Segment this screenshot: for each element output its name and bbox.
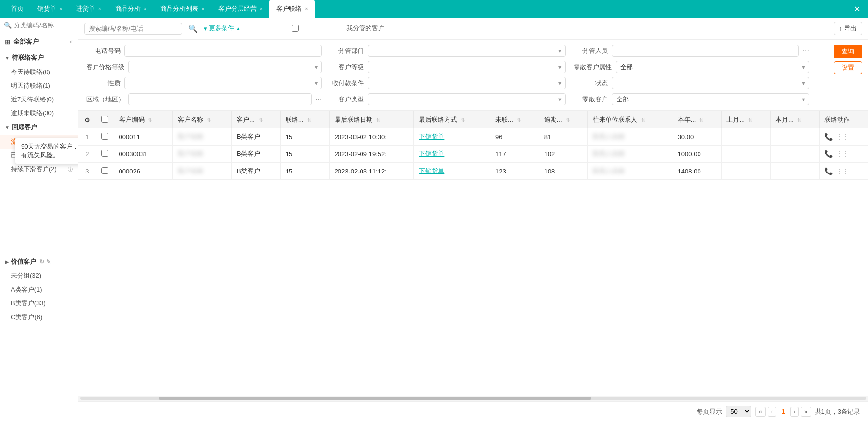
page-prev-button[interactable]: ‹ (768, 407, 776, 417)
sort-icon-date[interactable]: ⇅ (376, 117, 380, 123)
sidebar-item-tomorrow[interactable]: 明天待联络(1) (0, 79, 78, 93)
sidebar-item-overdue[interactable]: 逾期未联络(30) (0, 106, 78, 120)
row-code-3: 000026 (114, 163, 172, 180)
filter-input-region[interactable] (128, 93, 312, 105)
my-managed-checkbox[interactable] (246, 25, 344, 32)
nav-sales-close[interactable]: × (59, 6, 62, 12)
filter-select-price-grade[interactable] (128, 61, 322, 73)
settings-icon[interactable]: ⚙ (84, 116, 90, 124)
sidebar-all-customers[interactable]: ⊞ 全部客户 « (0, 33, 78, 50)
row-overdue-3: 108 (539, 163, 588, 180)
export-button[interactable]: ↑ 导出 (834, 22, 863, 35)
menu-icon-2[interactable]: ⋮⋮ (836, 150, 849, 158)
row-checkbox-input-2[interactable] (101, 150, 108, 157)
region-dots-button[interactable]: ··· (315, 95, 322, 104)
sidebar-section-review[interactable]: ▼ 回顾客户 (0, 120, 78, 135)
filter-select-status[interactable] (612, 77, 809, 89)
nav-home[interactable]: 首页 (4, 0, 30, 18)
row-checkbox-input-1[interactable] (101, 133, 108, 140)
sidebar-item-b-class[interactable]: B类客户(33) (0, 297, 78, 310)
filter-input-phone[interactable] (124, 45, 322, 57)
sort-icon-curmonth[interactable]: ⇅ (797, 117, 801, 123)
filter-select-scatter-attr[interactable]: 全部 (616, 61, 809, 73)
menu-icon-3[interactable]: ⋮⋮ (836, 167, 849, 175)
sort-icon-person[interactable]: ⇅ (641, 117, 645, 123)
filter-select-payment[interactable] (368, 77, 565, 89)
tooltip-churn: 90天无交易的客户，可能有流失风险。 (15, 138, 78, 164)
nav-customer-tier-close[interactable]: × (260, 6, 263, 12)
sort-icon-notcontacted[interactable]: ⇅ (517, 117, 521, 123)
phone-icon-3[interactable]: 📞 (824, 167, 833, 175)
refresh-icon[interactable]: ↻ (39, 258, 44, 265)
sidebar-item-today[interactable]: 今天待联络(0) (0, 65, 78, 79)
row-year-3: 1408.00 (673, 163, 722, 180)
sidebar-item-a-class[interactable]: A类客户(1) (0, 283, 78, 297)
sidebar-section-pending[interactable]: ▼ 待联络客户 (0, 50, 78, 65)
per-page-select[interactable]: 50 100 (726, 406, 751, 417)
search-button[interactable]: 🔍 (188, 24, 198, 33)
sidebar-section-value[interactable]: ▶ 价值客户 ↻ ✎ (0, 254, 78, 269)
nav-sales[interactable]: 销货单 × (30, 0, 69, 18)
sidebar-search-input[interactable] (14, 22, 78, 29)
nav-product-analysis[interactable]: 商品分析 × (108, 0, 153, 18)
nav-product-list[interactable]: 商品分析列表 × (153, 0, 211, 18)
row-actions-3: 📞 ⋮⋮ (819, 163, 868, 180)
horizontal-scrollbar[interactable] (78, 396, 868, 401)
page-last-button[interactable]: » (801, 407, 811, 417)
nav-purchase-close[interactable]: × (98, 6, 101, 12)
th-contact-person: 往来单位联系人 ⇅ (588, 111, 673, 128)
search-input[interactable] (84, 23, 182, 35)
nav-customer-contact[interactable]: 客户联络 × (269, 0, 314, 18)
filter-select-customer-type[interactable] (368, 93, 565, 105)
nav-product-analysis-close[interactable]: × (144, 6, 146, 12)
row-checkbox-input-3[interactable] (101, 167, 108, 174)
phone-icon-1[interactable]: 📞 (824, 133, 833, 141)
my-managed-checkbox-label[interactable]: 我分管的客户 (246, 24, 385, 33)
sort-icon-name[interactable]: ⇅ (207, 117, 211, 123)
th-overdue-label: 逾期... (544, 116, 562, 123)
sort-icon-code[interactable]: ⇅ (148, 117, 152, 123)
edit-icon[interactable]: ✎ (46, 258, 51, 265)
sort-icon-type[interactable]: ⇅ (259, 117, 263, 123)
action-icons-2: 📞 ⋮⋮ (824, 150, 863, 158)
more-conditions-toggle[interactable]: ▾ 更多条件 ▲ (204, 24, 241, 33)
row-year-1: 30.00 (673, 128, 722, 146)
manager-dots-button[interactable]: ··· (803, 47, 809, 55)
nav-customer-tier[interactable]: 客户分层经营 × (212, 0, 269, 18)
sort-icon-year[interactable]: ⇅ (699, 117, 703, 123)
nav-purchase[interactable]: 进货单 × (69, 0, 108, 18)
filter-select-customer-grade[interactable] (368, 61, 565, 73)
sort-icon-method[interactable]: ⇅ (461, 117, 465, 123)
menu-icon-1[interactable]: ⋮⋮ (836, 133, 849, 141)
filter-select-department[interactable] (368, 45, 565, 57)
query-button[interactable]: 查询 (834, 45, 862, 58)
filter-input-manager[interactable] (612, 45, 799, 57)
window-close-button[interactable]: ✕ (850, 2, 864, 16)
sort-icon-contact[interactable]: ⇅ (307, 117, 311, 123)
page-next-button[interactable]: › (790, 407, 799, 417)
row-method-link-2[interactable]: 下销货单 (419, 150, 444, 157)
sort-icon-overdue[interactable]: ⇅ (566, 117, 570, 123)
scrollbar-thumb[interactable] (159, 397, 591, 400)
page-first-button[interactable]: « (755, 407, 766, 417)
nav-product-list-close[interactable]: × (201, 6, 204, 12)
settings-button[interactable]: 设置 (834, 61, 862, 74)
row-method-link-3[interactable]: 下销货单 (419, 167, 444, 174)
nav-customer-contact-close[interactable]: × (305, 6, 308, 12)
sidebar-item-declining[interactable]: 持续下滑客户(2) ⓘ (0, 162, 78, 176)
phone-icon-2[interactable]: 📞 (824, 150, 833, 158)
sidebar-item-c-class[interactable]: C类客户(6) (0, 310, 78, 324)
sidebar-item-ungrouped[interactable]: 未分组(32) (0, 269, 78, 283)
select-all-checkbox[interactable] (101, 116, 108, 123)
row-method-link-1[interactable]: 下销货单 (419, 133, 444, 140)
filter-bar: 🔍 ▾ 更多条件 ▲ 我分管的客户 ↑ 导出 (78, 18, 868, 40)
row-checkbox-1 (96, 128, 114, 146)
sidebar-item-7days[interactable]: 近7天待联络(0) (0, 93, 78, 106)
filter-select-scatter[interactable]: 全部 (612, 93, 809, 105)
th-settings[interactable]: ⚙ (78, 111, 96, 128)
row-lastmonth-2 (722, 146, 771, 163)
filter-select-nature[interactable] (124, 77, 322, 89)
row-checkbox-3 (96, 163, 114, 180)
filter-label-customer-grade: 客户等级 (330, 63, 364, 72)
sort-icon-lastmonth[interactable]: ⇅ (748, 117, 752, 123)
